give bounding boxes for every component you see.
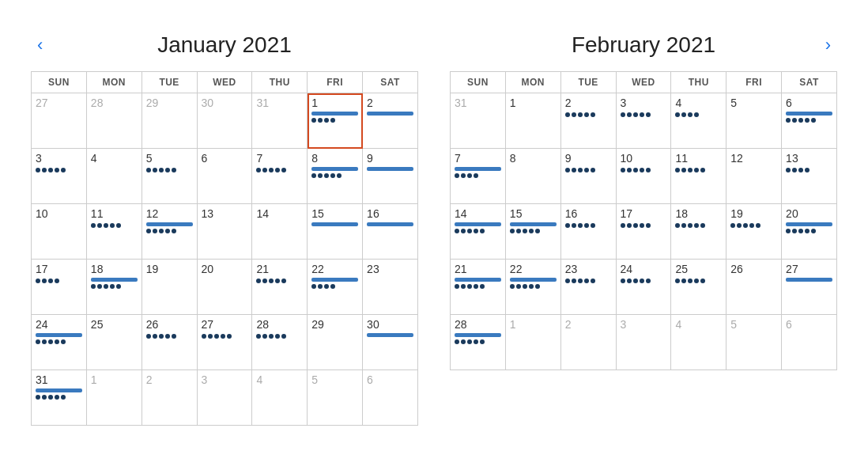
event-dot (461, 173, 466, 178)
event-dot (269, 334, 274, 339)
day-number: 19 (730, 207, 777, 221)
calendar-day-cell[interactable]: 15 (308, 204, 363, 260)
calendar-day-cell[interactable]: 17 (32, 260, 87, 315)
calendar-day-cell[interactable]: 20 (197, 260, 252, 315)
calendar-day-cell[interactable]: 6 (782, 93, 837, 149)
calendar-day-cell[interactable]: 2 (560, 315, 616, 370)
calendar-day-cell[interactable]: 4 (86, 149, 142, 204)
calendar-day-cell[interactable]: 2 (363, 93, 418, 149)
calendar-day-cell[interactable]: 27 (32, 93, 87, 149)
calendar-day-cell[interactable]: 12 (726, 149, 782, 204)
calendar-day-cell[interactable]: 6 (197, 149, 252, 204)
calendar-day-cell[interactable]: 1 (505, 315, 560, 370)
calendar-day-cell[interactable]: 25 (671, 260, 726, 315)
calendar-day-cell[interactable]: 30 (197, 93, 252, 149)
calendar-day-cell[interactable]: 6 (363, 370, 418, 426)
calendar-day-cell[interactable]: 4 (252, 370, 308, 426)
calendar-day-cell[interactable]: 24 (32, 315, 87, 370)
calendar-day-cell[interactable]: 14 (252, 204, 308, 260)
calendar-day-cell[interactable]: 9 (560, 149, 616, 204)
calendar-day-cell[interactable]: 1 (308, 93, 363, 149)
calendar-day-cell[interactable]: 18 (86, 260, 142, 315)
calendar-day-cell[interactable]: 19 (142, 260, 197, 315)
calendar-day-cell[interactable]: 13 (782, 149, 837, 204)
calendar-day-cell[interactable]: 8 (505, 149, 560, 204)
calendar-day-cell[interactable]: 9 (363, 149, 418, 204)
calendar-day-cell[interactable]: 7 (252, 149, 308, 204)
calendar-day-cell[interactable]: 6 (782, 315, 837, 370)
calendar-day-cell[interactable]: 28 (451, 315, 506, 370)
event-dot (455, 173, 459, 178)
calendar-day-cell[interactable]: 21 (451, 260, 506, 315)
calendar-day-cell[interactable]: 30 (363, 315, 418, 370)
calendar-day-cell[interactable]: 5 (142, 149, 197, 204)
calendar-day-cell[interactable]: 24 (616, 260, 671, 315)
calendar-day-cell[interactable]: 28 (86, 93, 142, 149)
calendar-day-cell[interactable]: 26 (726, 260, 782, 315)
calendar-day-cell[interactable]: 31 (252, 93, 308, 149)
calendar-day-cell[interactable]: 10 (616, 149, 671, 204)
calendar-day-cell[interactable]: 27 (782, 260, 837, 315)
calendar-day-cell[interactable]: 3 (616, 93, 671, 149)
calendar-day-cell[interactable]: 5 (726, 315, 782, 370)
event-dot (694, 168, 699, 172)
calendar-day-cell[interactable]: 4 (671, 93, 726, 149)
calendar-day-cell[interactable]: 8 (308, 149, 363, 204)
calendar-day-cell[interactable]: 2 (560, 93, 616, 149)
next-month-button[interactable]: › (819, 32, 837, 59)
calendar-day-cell[interactable]: 15 (505, 204, 560, 260)
calendar-day-cell[interactable]: 2 (142, 370, 197, 426)
calendar-day-cell[interactable]: 3 (616, 315, 671, 370)
calendar-day-cell[interactable]: 3 (32, 149, 87, 204)
event-dot (681, 223, 686, 228)
calendar-day-cell[interactable]: 31 (451, 93, 506, 149)
calendar-day-cell[interactable]: 5 (726, 93, 782, 149)
event-dot (756, 223, 760, 228)
calendar-day-cell[interactable]: 10 (32, 204, 87, 260)
calendar-day-cell[interactable]: 29 (308, 315, 363, 370)
calendar-day-cell[interactable]: 11 (671, 149, 726, 204)
event-dot (172, 334, 176, 339)
calendar-day-cell[interactable]: 22 (308, 260, 363, 315)
calendar-day-cell[interactable]: 1 (86, 370, 142, 426)
calendar-day-cell[interactable]: 1 (505, 93, 560, 149)
calendar-day-cell[interactable]: 16 (560, 204, 616, 260)
calendar-day-cell[interactable]: 29 (142, 93, 197, 149)
calendar-day-cell[interactable]: 31 (32, 370, 87, 426)
calendar-day-cell[interactable]: 22 (505, 260, 560, 315)
calendar-day-cell[interactable]: 14 (451, 204, 506, 260)
calendar-day-cell[interactable]: 13 (197, 204, 252, 260)
day-number: 21 (256, 263, 303, 276)
calendar-day-cell[interactable]: 26 (142, 315, 197, 370)
event-dots (730, 223, 777, 228)
event-dot (461, 284, 466, 289)
event-dot (700, 279, 705, 283)
calendar-day-cell[interactable]: 18 (671, 204, 726, 260)
calendar-day-cell[interactable]: 23 (560, 260, 616, 315)
day-number: 22 (311, 263, 358, 276)
calendar-day-cell[interactable]: 21 (252, 260, 308, 315)
calendar-day-cell[interactable]: 27 (197, 315, 252, 370)
calendar-day-cell[interactable]: 25 (86, 315, 142, 370)
calendar-day-cell[interactable]: 17 (616, 204, 671, 260)
event-dot (565, 168, 570, 172)
calendar-day-cell[interactable]: 28 (252, 315, 308, 370)
calendar-day-cell[interactable]: 5 (308, 370, 363, 426)
day-of-week-header: MON (505, 72, 560, 93)
event-dot (572, 112, 576, 117)
calendar-day-cell[interactable]: 12 (142, 204, 197, 260)
calendar-day-cell[interactable]: 16 (363, 204, 418, 260)
calendar-day-cell[interactable]: 20 (782, 204, 837, 260)
calendar-day-cell[interactable]: 23 (363, 260, 418, 315)
february-title: February 2021 (572, 32, 715, 58)
calendar-day-cell[interactable]: 4 (671, 315, 726, 370)
calendar-day-cell[interactable]: 11 (86, 204, 142, 260)
event-dots (36, 279, 82, 283)
calendar-day-cell[interactable]: 19 (726, 204, 782, 260)
prev-month-button[interactable]: ‹ (31, 32, 49, 59)
calendar-day-cell[interactable]: 3 (197, 370, 252, 426)
calendar-day-cell[interactable]: 7 (451, 149, 506, 204)
event-dot (256, 279, 261, 283)
event-dots (146, 229, 193, 233)
event-bar (311, 222, 358, 226)
